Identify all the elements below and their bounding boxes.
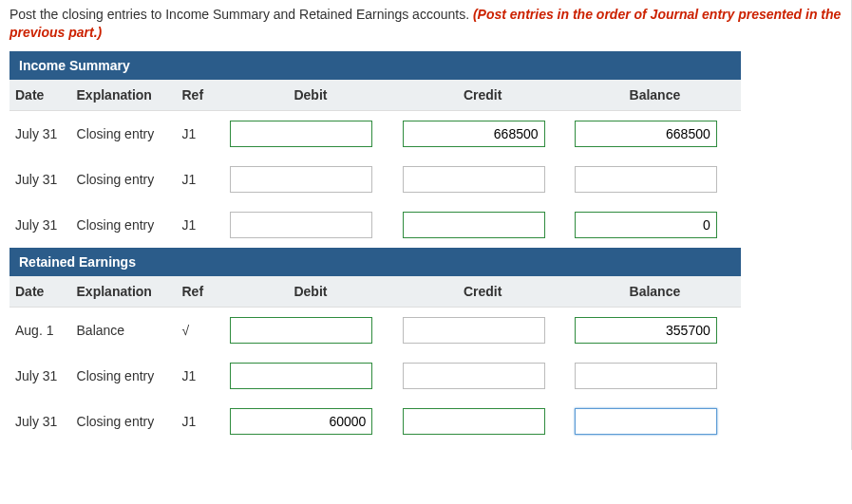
income-summary-header: Income Summary (9, 51, 741, 80)
cell-explanation: Closing entry (71, 157, 177, 202)
balance-input[interactable] (575, 166, 717, 193)
cell-explanation: Closing entry (71, 353, 177, 399)
cell-date: July 31 (9, 353, 71, 399)
instructions: Post the closing entries to Income Summa… (9, 6, 842, 42)
col-header-ref: Ref (177, 80, 225, 111)
balance-input[interactable] (575, 363, 717, 389)
ledger-table: Income Summary Date Explanation Ref Debi… (9, 51, 741, 444)
table-row: July 31 Closing entry J1 (9, 353, 741, 399)
instructions-plain: Post the closing entries to Income Summa… (9, 7, 473, 22)
debit-input[interactable] (230, 363, 372, 389)
col-header-date: Date (9, 80, 71, 111)
credit-input[interactable] (403, 317, 545, 344)
cell-date: July 31 (9, 110, 71, 157)
col-header-date: Date (9, 276, 71, 308)
col-header-explanation: Explanation (71, 80, 177, 111)
cell-ref: J1 (177, 110, 225, 157)
cell-ref: J1 (177, 353, 225, 399)
cell-explanation: Balance (71, 307, 177, 353)
credit-input[interactable] (403, 408, 545, 435)
table-row: Aug. 1 Balance √ (9, 307, 741, 353)
col-header-balance: Balance (569, 276, 741, 308)
table-row: July 31 Closing entry J1 (9, 157, 741, 202)
cell-explanation: Closing entry (71, 202, 177, 248)
cell-ref: J1 (177, 399, 225, 444)
table-row: July 31 Closing entry J1 (9, 110, 741, 157)
table-row: July 31 Closing entry J1 (9, 202, 741, 248)
retained-earnings-title: Retained Earnings (9, 248, 741, 276)
cell-explanation: Closing entry (71, 399, 177, 444)
debit-input[interactable] (230, 121, 372, 147)
cell-ref: J1 (177, 202, 225, 248)
retained-earnings-col-headers: Date Explanation Ref Debit Credit Balanc… (9, 276, 741, 308)
col-header-balance: Balance (569, 80, 741, 111)
table-row: July 31 Closing entry J1 (9, 399, 741, 444)
cell-date: July 31 (9, 202, 71, 248)
retained-earnings-header: Retained Earnings (9, 248, 741, 276)
col-header-credit: Credit (397, 80, 569, 111)
cell-ref: J1 (177, 157, 225, 202)
debit-input[interactable] (230, 166, 372, 193)
balance-input[interactable] (575, 121, 717, 147)
debit-input[interactable] (230, 408, 372, 435)
col-header-debit: Debit (224, 276, 396, 308)
credit-input[interactable] (403, 166, 545, 193)
cell-explanation: Closing entry (71, 110, 177, 157)
credit-input[interactable] (403, 121, 545, 147)
col-header-explanation: Explanation (71, 276, 177, 308)
balance-input[interactable] (575, 408, 717, 435)
col-header-debit: Debit (224, 80, 396, 111)
cell-ref: √ (177, 307, 225, 353)
col-header-credit: Credit (397, 276, 569, 308)
credit-input[interactable] (403, 363, 545, 389)
debit-input[interactable] (230, 212, 372, 238)
debit-input[interactable] (230, 317, 372, 344)
cell-date: Aug. 1 (9, 307, 71, 353)
col-header-ref: Ref (177, 276, 225, 308)
balance-input[interactable] (575, 212, 717, 238)
cell-date: July 31 (9, 157, 71, 202)
cell-date: July 31 (9, 399, 71, 444)
income-summary-title: Income Summary (9, 51, 741, 80)
income-summary-col-headers: Date Explanation Ref Debit Credit Balanc… (9, 80, 741, 111)
balance-input[interactable] (575, 317, 717, 344)
credit-input[interactable] (403, 212, 545, 238)
